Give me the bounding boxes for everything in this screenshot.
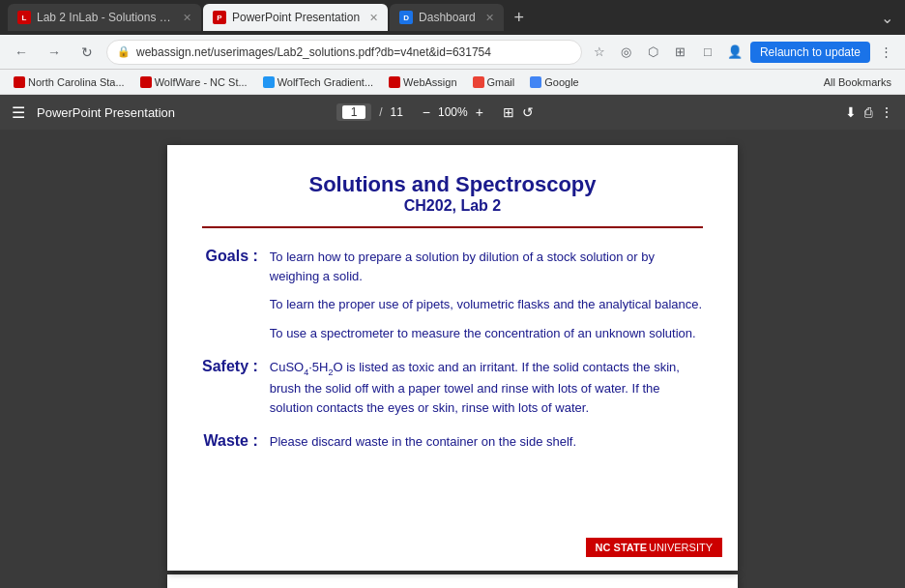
slide-main: Solutions and Spectroscopy CH202, Lab 2 … (167, 145, 738, 571)
bookmark-gmail-favicon (473, 76, 484, 88)
bookmark-webassign-label: WebAssign (403, 76, 456, 88)
ppt-menu-icon[interactable]: ☰ (12, 103, 25, 122)
zoom-in-button[interactable]: + (472, 104, 487, 120)
bookmark-nc-label: North Carolina Sta... (28, 76, 125, 88)
tab1-label: Lab 2 InLab - Solutions and S... (37, 11, 173, 24)
profile-icon[interactable]: ◎ (615, 41, 638, 64)
bookmark-wolftech[interactable]: WolfTech Gradient... (257, 74, 379, 90)
safety-label: Safety : (202, 358, 270, 432)
page-separator: / (379, 105, 382, 119)
content-table: Goals : To learn how to prepare a soluti… (202, 248, 703, 467)
goal-2: To learn the proper use of pipets, volum… (270, 295, 703, 314)
goals-row: Goals : To learn how to prepare a soluti… (202, 248, 703, 358)
safety-content: CuSO4·5H2O is listed as toxic and an irr… (270, 358, 703, 432)
slide-subtitle: CH202, Lab 2 (202, 197, 703, 215)
slide-title: Solutions and Spectroscopy (202, 172, 703, 197)
address-bar-icons: ☆ ◎ ⬡ ⊞ □ 👤 Relaunch to update ⋮ (588, 41, 897, 64)
extension-icon3[interactable]: □ (696, 41, 719, 64)
slide-preview: Solutions (167, 574, 738, 588)
download-icon[interactable]: ⬇ (845, 104, 857, 120)
zoom-out-button[interactable]: − (419, 104, 434, 120)
tab2-close[interactable]: ✕ (369, 12, 378, 24)
tab-powerpoint[interactable]: P PowerPoint Presentation ✕ (203, 4, 388, 31)
more-icon[interactable]: ⋮ (874, 41, 897, 64)
relaunch-button[interactable]: Relaunch to update (750, 42, 870, 63)
ppt-title: PowerPoint Presentation (37, 105, 175, 120)
bookmark-google[interactable]: Google (524, 74, 584, 90)
bookmark-star-icon[interactable]: ☆ (588, 41, 611, 64)
fullscreen-icon[interactable]: ⊞ (503, 104, 514, 120)
url-bar[interactable]: 🔒 webassign.net/userimages/Lab2_solution… (106, 40, 582, 65)
waste-content: Please discard waste in the container on… (270, 432, 703, 467)
extension-icon2[interactable]: ⊞ (669, 41, 692, 64)
bookmark-webassign-favicon (389, 76, 400, 88)
bookmark-wolfware[interactable]: WolfWare - NC St... (134, 74, 253, 90)
bookmark-wolfware-label: WolfWare - NC St... (155, 76, 248, 88)
safety-text: CuSO4·5H2O is listed as toxic and an irr… (270, 358, 703, 417)
tab-bar: L Lab 2 InLab - Solutions and S... ✕ P P… (0, 0, 905, 35)
ppt-view-icons: ⊞ ↺ (503, 104, 534, 120)
goal-3: To use a spectrometer to measure the con… (270, 324, 703, 343)
tab2-favicon: P (213, 11, 226, 24)
rotate-icon[interactable]: ↺ (522, 104, 534, 120)
tab1-favicon: L (17, 11, 31, 24)
bookmark-nc-state[interactable]: North Carolina Sta... (8, 74, 131, 90)
bookmark-nc-favicon (14, 76, 25, 88)
goal-1: To learn how to prepare a solution by di… (270, 248, 703, 285)
waste-label: Waste : (202, 432, 270, 467)
more-options-icon[interactable]: ⋮ (880, 104, 893, 120)
url-text: webassign.net/userimages/Lab2_solutions.… (136, 45, 571, 59)
bookmark-webassign[interactable]: WebAssign (383, 74, 462, 90)
waste-text: Please discard waste in the container on… (270, 432, 703, 452)
bookmark-wolfware-favicon (140, 76, 152, 88)
new-tab-button[interactable]: + (506, 4, 533, 31)
goals-label: Goals : (202, 248, 270, 358)
tab1-close[interactable]: ✕ (183, 12, 191, 24)
bookmark-google-label: Google (544, 76, 578, 88)
address-bar: ← → ↻ 🔒 webassign.net/userimages/Lab2_so… (0, 35, 905, 70)
bookmark-wolftech-label: WolfTech Gradient... (277, 76, 373, 88)
bookmarks-bar: North Carolina Sta... WolfWare - NC St..… (0, 70, 905, 95)
tab2-label: PowerPoint Presentation (232, 11, 360, 24)
university-text: UNIVERSITY (649, 542, 713, 553)
current-page-input[interactable]: 1 (342, 105, 365, 119)
goals-content: To learn how to prepare a solution by di… (270, 248, 703, 358)
nc-state-logo: NC STATE UNIVERSITY (586, 538, 722, 557)
bookmark-gmail-label: Gmail (487, 76, 515, 88)
all-bookmarks[interactable]: All Bookmarks (818, 74, 897, 90)
waste-row: Waste : Please discard waste in the cont… (202, 432, 703, 467)
bookmark-gmail[interactable]: Gmail (467, 74, 521, 90)
extension-icon1[interactable]: ⬡ (642, 41, 665, 64)
zoom-value: 100% (438, 105, 468, 119)
zoom-control: − 100% + (419, 104, 487, 120)
ppt-toolbar-right: ⬇ ⎙ ⋮ (845, 104, 893, 120)
safety-row: Safety : CuSO4·5H2O is listed as toxic a… (202, 358, 703, 432)
tab-bar-menu[interactable]: ⌄ (877, 5, 897, 31)
tab-dashboard[interactable]: D Dashboard ✕ (390, 4, 504, 31)
slide-header: Solutions and Spectroscopy CH202, Lab 2 (202, 172, 703, 228)
nc-state-text: NC STATE (596, 542, 647, 553)
tab3-label: Dashboard (419, 11, 476, 24)
reload-button[interactable]: ↻ (73, 39, 101, 66)
bookmark-wolftech-favicon (263, 76, 275, 88)
page-input-wrap: 1 (336, 103, 371, 121)
tab3-close[interactable]: ✕ (485, 12, 494, 24)
lock-icon: 🔒 (117, 45, 131, 58)
total-pages: 11 (390, 105, 402, 119)
pdf-area: Solutions and Spectroscopy CH202, Lab 2 … (0, 130, 905, 588)
user-icon[interactable]: 👤 (723, 41, 746, 64)
forward-button[interactable]: → (41, 39, 68, 66)
ppt-toolbar: ☰ PowerPoint Presentation 1 / 11 − 100% … (0, 95, 905, 130)
tab-lab2[interactable]: L Lab 2 InLab - Solutions and S... ✕ (8, 4, 201, 31)
back-button[interactable]: ← (8, 39, 35, 66)
page-control: 1 / 11 − 100% + ⊞ ↺ (336, 103, 534, 121)
tab3-favicon: D (399, 11, 413, 24)
print-icon[interactable]: ⎙ (864, 104, 872, 120)
bookmark-google-favicon (530, 76, 541, 88)
